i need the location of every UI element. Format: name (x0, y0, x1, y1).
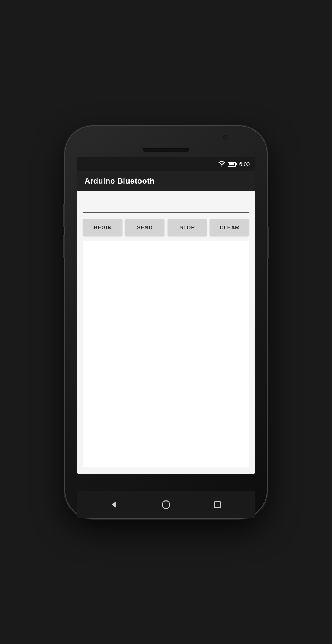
status-icons: 6:00 (218, 161, 250, 167)
phone-device: 6:00 Arduino Bluetooth BEGIN SEND STOP C… (65, 126, 267, 518)
power-button[interactable] (267, 227, 269, 258)
back-button[interactable] (106, 496, 123, 513)
home-button[interactable] (157, 496, 175, 513)
front-camera (223, 135, 228, 140)
app-titlebar: Arduino Bluetooth (77, 171, 255, 191)
recents-icon (213, 500, 223, 510)
navigation-bar (77, 491, 255, 518)
battery-icon (228, 162, 236, 167)
input-section (83, 199, 249, 213)
recents-button[interactable] (209, 496, 226, 513)
app-title: Arduino Bluetooth (85, 177, 155, 186)
app-content: BEGIN SEND STOP CLEAR (77, 191, 255, 474)
output-area[interactable] (83, 241, 249, 467)
buttons-row: BEGIN SEND STOP CLEAR (83, 219, 249, 236)
back-icon (109, 500, 119, 510)
speaker-grill (143, 148, 189, 152)
begin-button[interactable]: BEGIN (83, 219, 122, 236)
status-bar: 6:00 (77, 157, 255, 171)
svg-marker-0 (112, 501, 116, 508)
send-button[interactable]: SEND (125, 219, 164, 236)
stop-button[interactable]: STOP (168, 219, 207, 236)
screen: 6:00 Arduino Bluetooth BEGIN SEND STOP C… (77, 157, 255, 474)
message-input[interactable] (83, 199, 249, 213)
volume-down-button[interactable] (63, 235, 65, 258)
home-icon (161, 500, 171, 510)
svg-point-1 (162, 501, 170, 509)
volume-up-button[interactable] (63, 204, 65, 227)
svg-rect-2 (214, 502, 221, 508)
wifi-icon (218, 161, 225, 167)
status-time: 6:00 (239, 161, 250, 167)
clear-button[interactable]: CLEAR (210, 219, 249, 236)
